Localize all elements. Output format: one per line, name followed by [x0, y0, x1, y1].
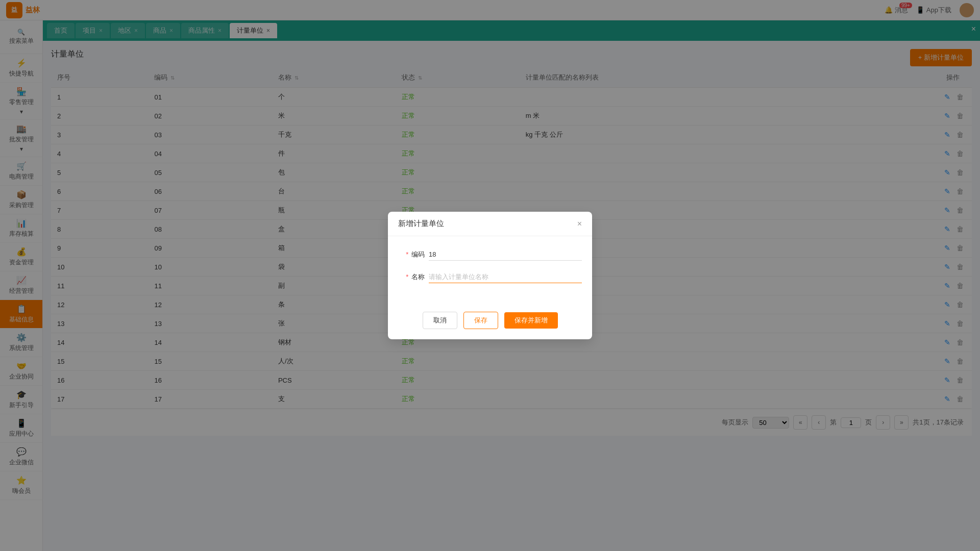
code-required: * — [406, 251, 408, 258]
name-required: * — [406, 273, 408, 281]
save-button[interactable]: 保存 — [463, 312, 498, 329]
modal-footer: 取消 保存 保存并新增 — [388, 306, 592, 339]
cancel-button[interactable]: 取消 — [423, 312, 457, 329]
name-input[interactable] — [429, 271, 582, 283]
save-and-new-button[interactable]: 保存并新增 — [504, 312, 558, 329]
modal-header: 新增计量单位 × — [388, 212, 592, 236]
modal-overlay[interactable]: 新增计量单位 × * 编码 * 名称 取消 保存 保存并新增 — [0, 0, 980, 551]
modal-title: 新增计量单位 — [398, 219, 444, 229]
modal-close-button[interactable]: × — [577, 220, 582, 228]
modal-body: * 编码 * 名称 — [388, 236, 592, 306]
name-form-row: * 名称 — [398, 271, 582, 283]
code-form-row: * 编码 — [398, 248, 582, 261]
name-label: * 名称 — [398, 272, 429, 282]
code-label: * 编码 — [398, 250, 429, 259]
add-unit-modal: 新增计量单位 × * 编码 * 名称 取消 保存 保存并新增 — [388, 212, 592, 339]
code-input[interactable] — [429, 248, 582, 261]
